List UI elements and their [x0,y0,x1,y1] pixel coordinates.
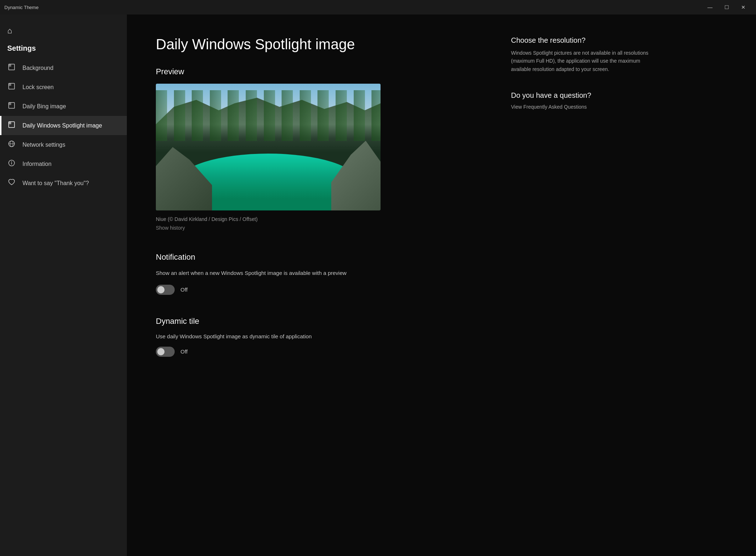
sidebar-item-network-settings[interactable]: Network settings [0,135,127,154]
preview-section: Preview Niue (© David Kirkland / Design … [156,67,482,231]
sidebar-item-daily-bing[interactable]: Daily Bing image [0,97,127,116]
restore-button[interactable]: ☐ [718,1,735,13]
sidebar-item-daily-spotlight-label: Daily Windows Spotlight image [22,122,102,129]
faq-info-card: Do you have a question? View Frequently … [511,91,649,110]
resolution-title: Choose the resolution? [511,36,649,45]
notification-toggle-label: Off [180,287,188,293]
notification-label: Notification [156,252,482,262]
page-title: Daily Windows Spotlight image [156,36,482,53]
faq-title: Do you have a question? [511,91,649,100]
lock-screen-icon [7,83,16,92]
preview-image [156,84,381,210]
sidebar-item-thank-you[interactable]: Want to say "Thank you"? [0,174,127,193]
close-button[interactable]: ✕ [735,1,752,13]
sidebar-item-information-label: Information [22,161,51,167]
thank-you-icon [7,179,16,188]
dynamic-tile-section: Dynamic tile Use daily Windows Spotlight… [156,317,482,357]
daily-spotlight-icon [7,121,16,130]
dynamic-tile-label: Dynamic tile [156,317,482,326]
content-primary: Daily Windows Spotlight image Preview Ni… [156,36,482,534]
dynamic-tile-toggle[interactable] [156,347,175,357]
sidebar-item-lock-screen[interactable]: Lock screen [0,78,127,97]
app-title: Dynamic Theme [4,5,38,10]
title-bar-left: Dynamic Theme [4,5,38,10]
sidebar-home-button[interactable]: ⌂ [0,22,127,40]
sidebar-item-network-settings-label: Network settings [22,142,65,148]
show-history-link[interactable]: Show history [156,225,482,231]
dynamic-tile-toggle-knob [157,348,165,355]
sidebar-item-background-label: Background [22,65,53,71]
svg-rect-5 [9,103,11,105]
app-body: ⌂ Settings Background Lock screen [0,14,756,556]
sidebar-item-thank-you-label: Want to say "Thank you"? [22,180,89,187]
resolution-info-card: Choose the resolution? Windows Spotlight… [511,36,649,73]
sidebar-item-daily-bing-label: Daily Bing image [22,103,66,110]
svg-rect-7 [9,122,11,124]
image-caption: Niue (© David Kirkland / Design Pics / O… [156,216,482,222]
settings-label: Settings [0,44,127,58]
preview-label: Preview [156,67,482,76]
background-icon [7,63,16,72]
title-bar: Dynamic Theme — ☐ ✕ [0,0,756,14]
resolution-text: Windows Spotlight pictures are not avail… [511,49,649,73]
sidebar: ⌂ Settings Background Lock screen [0,14,127,556]
faq-link[interactable]: View Frequently Asked Questions [511,104,649,110]
notification-toggle-knob [157,286,165,293]
dynamic-tile-toggle-label: Off [180,348,188,355]
title-bar-controls: — ☐ ✕ [702,1,752,13]
svg-rect-1 [9,64,11,67]
sidebar-item-lock-screen-label: Lock screen [22,84,54,91]
svg-rect-3 [9,83,11,86]
sidebar-item-information[interactable]: Information [0,154,127,174]
notification-toggle-row: Off [156,285,482,295]
home-icon: ⌂ [7,26,12,35]
dynamic-tile-toggle-row: Off [156,347,482,357]
sidebar-item-daily-spotlight[interactable]: Daily Windows Spotlight image [0,116,127,135]
information-icon [7,159,16,168]
minimize-button[interactable]: — [702,1,718,13]
content-secondary: Choose the resolution? Windows Spotlight… [511,36,649,534]
notification-toggle[interactable] [156,285,175,295]
main-content: Daily Windows Spotlight image Preview Ni… [127,14,756,556]
dynamic-tile-description: Use daily Windows Spotlight image as dyn… [156,333,482,339]
svg-point-13 [11,161,12,162]
notification-section: Notification Show an alert when a new Wi… [156,252,482,295]
daily-bing-icon [7,102,16,111]
sidebar-item-background[interactable]: Background [0,58,127,78]
notification-description: Show an alert when a new Windows Spotlig… [156,269,410,277]
network-settings-icon [7,140,16,149]
vegetation-layer [156,90,381,141]
